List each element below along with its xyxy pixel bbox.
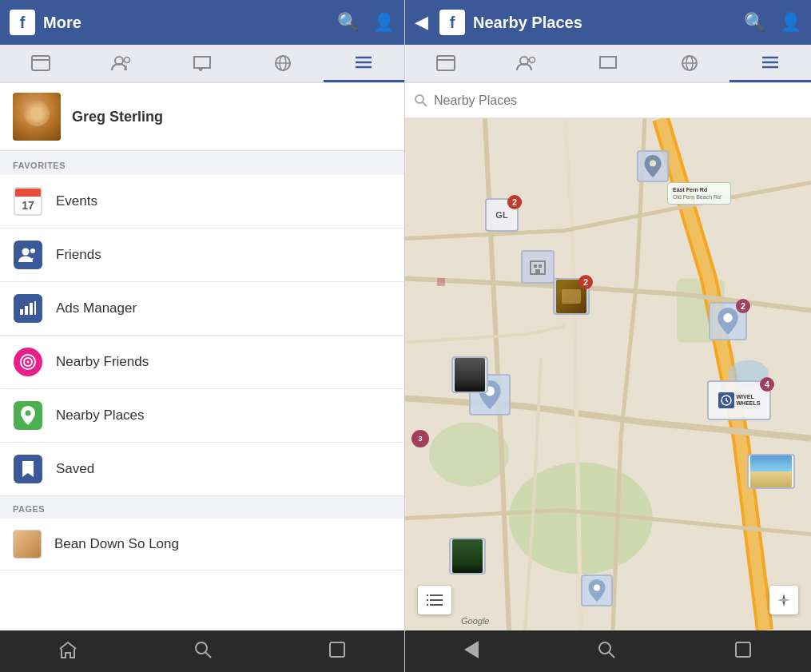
- svg-point-40: [650, 160, 656, 166]
- map-controls: [769, 586, 798, 614]
- svg-point-46: [723, 313, 732, 322]
- tab-browser[interactable]: [0, 44, 81, 82]
- nearby-friends-icon: [13, 347, 43, 377]
- saved-icon: [13, 454, 43, 484]
- pages-label: PAGES: [0, 496, 404, 519]
- svg-point-10: [22, 249, 30, 256]
- nav-search-right[interactable]: [598, 641, 615, 662]
- events-icon: 17: [13, 186, 43, 217]
- svg-point-11: [30, 249, 35, 253]
- svg-point-57: [599, 642, 610, 654]
- search-icon-left[interactable]: 🔍: [337, 12, 359, 33]
- tab-menu[interactable]: [324, 44, 404, 82]
- map-pin-right-badge[interactable]: 2: [709, 302, 747, 340]
- map-container[interactable]: GL 2 2: [405, 118, 811, 630]
- dot-marker-2: 3: [411, 430, 429, 447]
- svg-rect-59: [736, 642, 750, 657]
- tab-globe[interactable]: [243, 44, 324, 82]
- people-icon-left[interactable]: 👤: [373, 12, 395, 33]
- page-item-bean-down[interactable]: Bean Down So Long: [0, 519, 404, 571]
- nearby-places-label: Nearby Places: [56, 408, 145, 423]
- svg-point-37: [429, 423, 509, 487]
- map-pin-photo1[interactable]: 2: [553, 278, 590, 315]
- svg-rect-15: [34, 301, 36, 315]
- favorites-label: FAVORITES: [0, 151, 404, 175]
- tab-friends[interactable]: [81, 44, 161, 82]
- dot-marker-1: [437, 278, 445, 286]
- ads-icon: [13, 293, 43, 324]
- people-icon-right[interactable]: 👤: [780, 12, 801, 33]
- map-pin-building[interactable]: [521, 250, 555, 284]
- svg-point-3: [124, 58, 129, 63]
- badge-4-wivel: 4: [760, 377, 774, 392]
- profile-name: Greg Sterling: [72, 109, 163, 125]
- nav-recent-right[interactable]: [734, 641, 752, 662]
- nearby-friends-label: Nearby Friends: [56, 354, 149, 370]
- svg-rect-23: [437, 56, 455, 70]
- map-pin-top[interactable]: [637, 150, 669, 182]
- menu-item-ads[interactable]: Ads Manager: [0, 282, 404, 336]
- menu-item-friends[interactable]: Friends: [0, 229, 404, 282]
- badge-2-top: 2: [507, 195, 522, 209]
- map-pin-photo2[interactable]: [451, 356, 488, 393]
- nearby-places-icon: [13, 400, 43, 431]
- menu-list: 17 Events Friends Ads Manager: [0, 175, 404, 630]
- map-pin-gl[interactable]: GL 2: [485, 198, 519, 232]
- left-panel: f More 🔍 👤 Greg Sterling FAVOR: [0, 0, 405, 672]
- avatar: [13, 93, 61, 141]
- map-pin-beach[interactable]: [747, 454, 795, 489]
- right-bottom-nav: [405, 630, 811, 672]
- compass-btn[interactable]: [769, 586, 798, 614]
- tab-messages-right[interactable]: [567, 44, 649, 82]
- events-label: Events: [56, 193, 97, 209]
- svg-line-34: [423, 102, 427, 106]
- svg-point-20: [196, 642, 207, 654]
- map-pin-wivel[interactable]: WIVELWHEELS 4: [707, 380, 771, 420]
- nav-search[interactable]: [194, 641, 212, 662]
- svg-rect-14: [30, 303, 33, 315]
- svg-point-19: [26, 411, 31, 416]
- map-pin-bottom[interactable]: [581, 575, 613, 606]
- friends-label: Friends: [56, 247, 101, 263]
- right-tab-bar: [405, 45, 811, 83]
- nearby-search-bar[interactable]: [405, 83, 811, 118]
- svg-point-26: [530, 58, 535, 63]
- nav-home[interactable]: [58, 641, 78, 662]
- left-header-title: More: [43, 14, 323, 32]
- svg-rect-13: [25, 306, 28, 315]
- fb-logo-right: f: [439, 10, 465, 35]
- menu-item-nearby-places[interactable]: Nearby Places: [0, 389, 404, 443]
- menu-item-nearby-friends[interactable]: Nearby Friends: [0, 336, 404, 389]
- right-panel: ◀ f Nearby Places 🔍 👤: [405, 0, 811, 672]
- svg-rect-42: [534, 264, 537, 268]
- right-header: ◀ f Nearby Places 🔍 👤: [405, 0, 811, 45]
- svg-point-18: [27, 361, 30, 364]
- google-logo: Google: [461, 616, 489, 626]
- search-bar-icon: [415, 94, 427, 107]
- svg-marker-55: [777, 598, 790, 602]
- list-toggle-btn[interactable]: [418, 586, 451, 614]
- tab-browser-right[interactable]: [405, 44, 487, 82]
- tab-messages[interactable]: [161, 44, 242, 82]
- left-tab-bar: [0, 45, 404, 83]
- tab-globe-right[interactable]: [649, 44, 730, 82]
- map-pin-forest-photo[interactable]: [449, 538, 486, 575]
- ads-label: Ads Manager: [56, 300, 137, 316]
- fb-logo-left: f: [10, 10, 35, 35]
- back-icon[interactable]: ◀: [415, 12, 428, 33]
- search-input[interactable]: [434, 93, 801, 108]
- map-pin-info-card[interactable]: East Fern RdOld Fern Beach Rd: [667, 182, 731, 205]
- menu-item-saved[interactable]: Saved: [0, 443, 404, 496]
- page-label-bean-down: Bean Down So Long: [54, 536, 179, 552]
- left-bottom-nav: [0, 630, 404, 672]
- tab-menu-right[interactable]: [730, 44, 811, 82]
- menu-item-events[interactable]: 17 Events: [0, 175, 404, 229]
- search-icon-right[interactable]: 🔍: [744, 12, 765, 33]
- svg-rect-12: [20, 309, 23, 315]
- profile-section[interactable]: Greg Sterling: [0, 83, 404, 151]
- tab-friends-right[interactable]: [487, 44, 568, 82]
- nav-recent[interactable]: [328, 641, 346, 662]
- svg-point-47: [594, 584, 600, 590]
- svg-point-33: [415, 95, 423, 103]
- nav-back-right[interactable]: [464, 641, 479, 662]
